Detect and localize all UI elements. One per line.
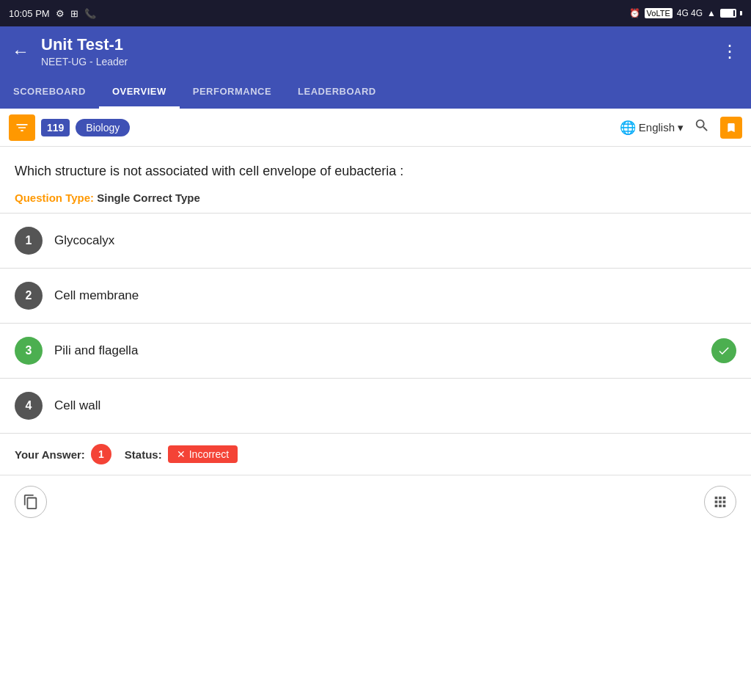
status-icon: ✕	[177, 448, 186, 460]
question-type-label: Question Type:	[15, 192, 94, 204]
copy-button[interactable]	[15, 486, 47, 518]
grid-icon: ⊞	[70, 8, 78, 19]
search-button[interactable]	[694, 117, 710, 137]
option-text-1: Glycocalyx	[54, 233, 736, 248]
option-circle-3: 3	[15, 337, 43, 365]
volte-label: VoLTE	[645, 8, 673, 18]
alarm-icon: ⏰	[629, 8, 640, 18]
option-text-3: Pili and flagella	[54, 343, 711, 358]
option-4[interactable]: 4 Cell wall	[0, 378, 751, 433]
tab-scoreboard[interactable]: SCOREBOARD	[0, 76, 99, 109]
signal-icon: ⚙	[56, 8, 65, 19]
tab-bar: SCOREBOARD OVERVIEW PERFORMANCE LEADERBO…	[0, 76, 751, 109]
question-number-badge: 119	[41, 119, 70, 136]
your-answer-value: 1	[91, 444, 111, 464]
option-text-4: Cell wall	[54, 398, 736, 413]
language-label: English	[639, 121, 675, 134]
question-type-value: Single Correct Type	[97, 192, 200, 204]
question-text: Which structure is not associated with c…	[15, 161, 736, 181]
question-type: Question Type: Single Correct Type	[15, 192, 736, 204]
subject-badge: Biology	[76, 119, 130, 136]
more-options-button[interactable]: ⋮	[721, 41, 739, 62]
option-1[interactable]: 1 Glycocalyx	[0, 213, 751, 268]
filter-button[interactable]	[9, 114, 35, 141]
option-circle-4: 4	[15, 392, 43, 420]
language-icon: 🌐	[620, 120, 636, 136]
question-area: Which structure is not associated with c…	[0, 147, 751, 213]
bookmark-icon	[725, 122, 737, 134]
question-toolbar: 119 Biology 🌐 English ▾	[0, 109, 751, 147]
phone-icon: 📞	[84, 8, 96, 19]
option-circle-2: 2	[15, 282, 43, 310]
copy-icon	[23, 494, 39, 510]
tab-performance[interactable]: PERFORMANCE	[180, 76, 285, 109]
page-subtitle: NEET-UG - Leader	[41, 56, 721, 68]
status-label: Status:	[125, 448, 162, 461]
header-title-block: Unit Test-1 NEET-UG - Leader	[41, 35, 721, 68]
bookmark-button[interactable]	[720, 117, 742, 139]
time-display: 10:05 PM	[9, 8, 50, 19]
language-dropdown-icon: ▾	[678, 121, 684, 134]
tab-leaderboard[interactable]: LEADERBOARD	[285, 76, 389, 109]
signal-bars-icon: ▲	[707, 8, 716, 18]
answer-bar: Your Answer: 1 Status: ✕ Incorrect	[0, 433, 751, 475]
option-circle-1: 1	[15, 227, 43, 255]
bottom-bar	[0, 475, 751, 528]
search-icon	[694, 117, 710, 134]
language-selector[interactable]: 🌐 English ▾	[620, 120, 684, 136]
network-label: 4G 4G	[677, 8, 703, 18]
options-list: 1 Glycocalyx 2 Cell membrane 3 Pili and …	[0, 213, 751, 433]
battery-icon	[720, 9, 736, 18]
filter-icon	[15, 120, 29, 135]
status-value: Incorrect	[189, 448, 229, 460]
tab-overview[interactable]: OVERVIEW	[99, 76, 180, 109]
option-3[interactable]: 3 Pili and flagella	[0, 323, 751, 378]
status-bar: 10:05 PM ⚙ ⊞ 📞 ⏰ VoLTE 4G 4G ▲	[0, 0, 751, 26]
correct-icon	[711, 338, 736, 363]
toolbar-right: 🌐 English ▾	[620, 117, 742, 139]
app-header: ← Unit Test-1 NEET-UG - Leader ⋮	[0, 26, 751, 76]
grid-button[interactable]	[704, 486, 736, 518]
your-answer-label: Your Answer:	[15, 448, 85, 461]
back-button[interactable]: ←	[12, 41, 29, 62]
grid-icon	[712, 494, 728, 510]
page-title: Unit Test-1	[41, 35, 721, 54]
option-text-2: Cell membrane	[54, 288, 736, 303]
option-2[interactable]: 2 Cell membrane	[0, 268, 751, 323]
status-badge: ✕ Incorrect	[168, 445, 238, 463]
